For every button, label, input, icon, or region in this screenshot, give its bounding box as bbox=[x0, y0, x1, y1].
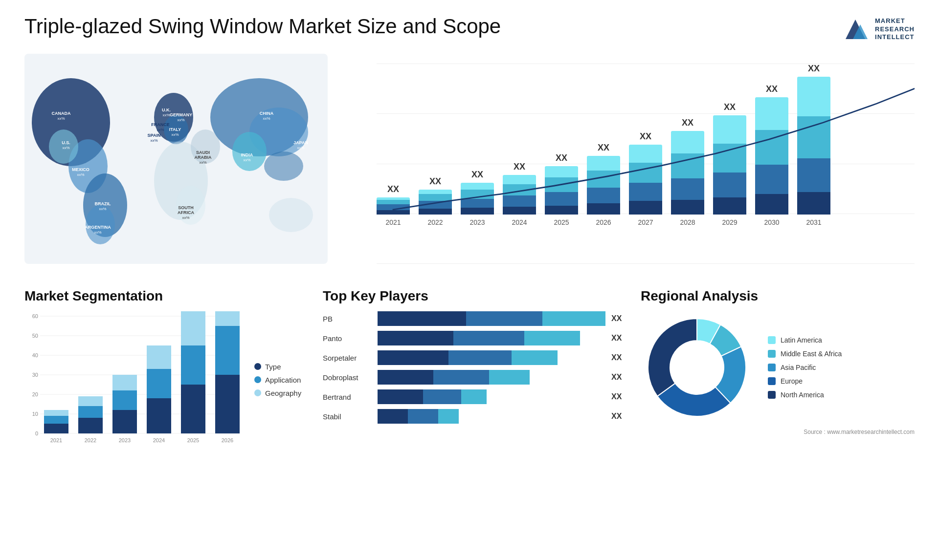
svg-text:xx%: xx% bbox=[57, 116, 65, 121]
players-list: PBXXPantoXXSorpetalerXXDobroplastXXBertr… bbox=[323, 311, 626, 424]
bar-piece bbox=[755, 97, 788, 130]
player-row: PantoXX bbox=[323, 331, 626, 345]
svg-rect-78 bbox=[147, 369, 171, 398]
bar-value-label: XX bbox=[640, 131, 651, 142]
player-bar-piece bbox=[378, 370, 433, 385]
bar-piece bbox=[377, 210, 410, 215]
svg-text:ITALY: ITALY bbox=[169, 127, 181, 132]
regional-color bbox=[768, 377, 776, 385]
bar-year-label: 2022 bbox=[427, 218, 443, 226]
bar-piece bbox=[797, 77, 830, 116]
bar-value-label: XX bbox=[766, 84, 778, 94]
bar-year-label: 2025 bbox=[554, 218, 569, 226]
legend-item: Geography bbox=[254, 389, 313, 397]
bar-stack bbox=[755, 97, 788, 215]
player-bar-piece bbox=[489, 370, 530, 385]
svg-text:xx%: xx% bbox=[94, 230, 101, 235]
svg-text:xx%: xx% bbox=[162, 113, 170, 117]
player-row: BertrandXX bbox=[323, 389, 626, 404]
player-bar-piece bbox=[461, 389, 487, 404]
player-bar-piece bbox=[438, 409, 458, 424]
svg-rect-79 bbox=[147, 345, 171, 369]
player-name: Panto bbox=[323, 334, 372, 343]
player-value: XX bbox=[611, 353, 626, 362]
bar-piece bbox=[797, 116, 830, 158]
svg-point-16 bbox=[264, 151, 303, 181]
logo: MARKETRESEARCHINTELLECT bbox=[841, 15, 915, 44]
svg-rect-83 bbox=[181, 311, 205, 345]
bar-piece bbox=[461, 183, 494, 190]
svg-rect-69 bbox=[78, 418, 103, 433]
bar-group: XX2022 bbox=[419, 176, 452, 226]
player-value: XX bbox=[611, 334, 626, 343]
player-bar bbox=[378, 350, 605, 365]
regional-section: Regional Analysis Latin AmericaMiddle Ea… bbox=[641, 288, 915, 448]
header: Triple-glazed Swing Window Market Size a… bbox=[24, 15, 915, 44]
bar-year-label: 2028 bbox=[680, 218, 695, 226]
bar-piece bbox=[587, 171, 620, 188]
bar-value-label: XX bbox=[598, 143, 609, 153]
player-row: DobroplastXX bbox=[323, 370, 626, 385]
regional-color bbox=[768, 350, 776, 358]
svg-text:U.K.: U.K. bbox=[162, 108, 171, 112]
regional-legend-item: Asia Pacific bbox=[768, 364, 842, 371]
regional-color bbox=[768, 391, 776, 399]
world-map-svg: CANADA xx% U.S. xx% MEXICO xx% BRAZIL xx… bbox=[24, 54, 328, 264]
svg-rect-70 bbox=[78, 406, 103, 418]
regional-color bbox=[768, 336, 776, 344]
source-text: Source : www.marketresearchintellect.com bbox=[641, 429, 915, 435]
svg-text:0: 0 bbox=[35, 431, 38, 436]
bar-chart-inner: XX2021XX2022XX2023XX2024XX2025XX2026XX20… bbox=[352, 54, 915, 241]
svg-text:30: 30 bbox=[32, 372, 38, 378]
bar-piece bbox=[629, 183, 662, 201]
svg-text:FRANCE: FRANCE bbox=[151, 122, 170, 127]
legend-dot bbox=[254, 363, 261, 370]
svg-text:GERMANY: GERMANY bbox=[170, 112, 192, 117]
world-map-container: CANADA xx% U.S. xx% MEXICO xx% BRAZIL xx… bbox=[24, 54, 337, 279]
bar-piece bbox=[419, 190, 452, 194]
svg-text:xx%: xx% bbox=[263, 116, 270, 121]
svg-text:xx%: xx% bbox=[99, 207, 106, 211]
bar-year-label: 2021 bbox=[385, 218, 401, 226]
svg-point-15 bbox=[232, 132, 267, 171]
legend-item: Type bbox=[254, 363, 313, 371]
svg-text:SOUTH: SOUTH bbox=[178, 205, 194, 210]
player-bar-piece bbox=[378, 311, 466, 326]
bar-piece bbox=[503, 184, 536, 195]
svg-text:xx%: xx% bbox=[77, 172, 84, 177]
bar-piece bbox=[503, 195, 536, 207]
bar-year-label: 2031 bbox=[806, 218, 821, 226]
player-value: XX bbox=[611, 314, 626, 323]
svg-text:2021: 2021 bbox=[50, 437, 62, 443]
svg-text:JAPAN: JAPAN bbox=[293, 140, 308, 145]
bar-year-label: 2023 bbox=[470, 218, 485, 226]
seg-inner: 0102030405060202120222023202420252026 Ty… bbox=[24, 311, 308, 448]
svg-text:2024: 2024 bbox=[153, 437, 165, 443]
bar-piece bbox=[713, 172, 746, 197]
svg-text:xx%: xx% bbox=[243, 158, 250, 162]
player-name: PB bbox=[323, 315, 372, 323]
bar-stack bbox=[377, 197, 410, 215]
player-name: Bertrand bbox=[323, 393, 372, 401]
bar-piece bbox=[713, 144, 746, 173]
svg-rect-73 bbox=[112, 410, 137, 433]
bar-stack bbox=[587, 156, 620, 215]
bar-piece bbox=[587, 188, 620, 203]
bar-piece bbox=[671, 178, 704, 200]
bar-piece bbox=[461, 199, 494, 208]
player-value: XX bbox=[611, 392, 626, 401]
player-bar bbox=[378, 409, 605, 424]
svg-rect-75 bbox=[112, 375, 137, 390]
svg-text:20: 20 bbox=[32, 391, 38, 397]
regional-legend-item: Europe bbox=[768, 377, 842, 385]
player-bar-piece bbox=[524, 331, 580, 345]
svg-text:xx%: xx% bbox=[62, 146, 69, 150]
player-bar-piece bbox=[433, 370, 489, 385]
bar-piece bbox=[419, 209, 452, 215]
bar-value-label: XX bbox=[514, 162, 525, 172]
player-bar-piece bbox=[378, 331, 453, 345]
logo-text: MARKETRESEARCHINTELLECT bbox=[875, 17, 915, 42]
svg-text:U.S.: U.S. bbox=[62, 140, 70, 145]
svg-text:MEXICO: MEXICO bbox=[72, 167, 89, 172]
bar-chart-section: XX2021XX2022XX2023XX2024XX2025XX2026XX20… bbox=[352, 54, 915, 279]
